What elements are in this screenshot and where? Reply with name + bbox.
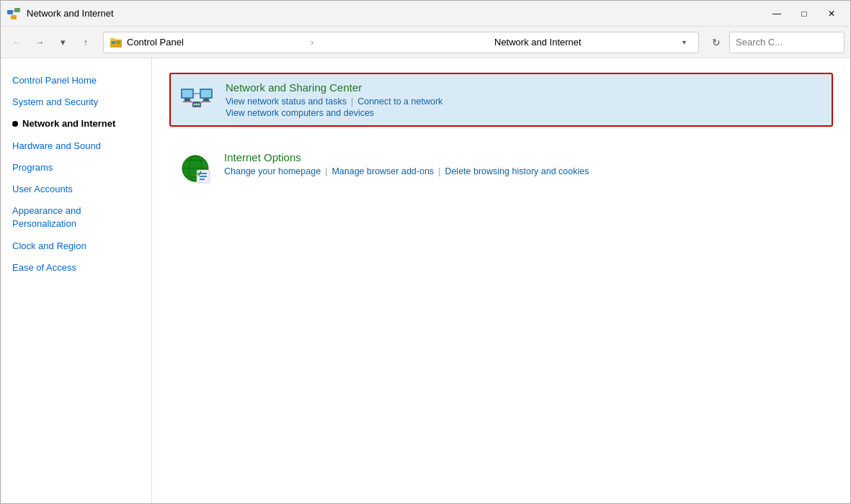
window-icon [6,6,21,21]
svg-point-19 [196,104,198,106]
sidebar-item-programs[interactable]: Programs [1,157,151,179]
main-window: Network and Internet — □ ✕ ← → ▾ ↑ Contr [0,0,851,504]
change-homepage-link[interactable]: Change your homepage [224,166,321,176]
address-path-part2: Network and Internet [494,37,675,48]
svg-rect-6 [112,41,115,44]
minimize-button[interactable]: — [764,3,790,24]
svg-point-18 [194,104,196,106]
sidebar-label-programs: Programs [12,161,53,174]
sidebar-label-appearance-personalization: Appearance and Personalization [12,204,140,230]
separator-1: | [351,96,353,107]
up-button[interactable]: ↑ [76,32,96,53]
content-area: Network and Sharing Center View network … [152,58,850,503]
sidebar-label-network-internet: Network and Internet [22,117,115,130]
sidebar-label-clock-region: Clock and Region [12,240,86,253]
sidebar-label-ease-access: Ease of Access [12,261,76,274]
main-area: Control Panel Home System and Security N… [1,58,850,503]
network-sharing-center-details: Network and Sharing Center View network … [226,81,823,118]
sidebar-item-control-panel-home[interactable]: Control Panel Home [1,70,151,91]
svg-rect-3 [11,15,17,19]
dropdown-button[interactable]: ▾ [53,32,73,53]
sidebar-item-appearance-personalization[interactable]: Appearance and Personalization [1,200,151,235]
sidebar-label-user-accounts: User Accounts [12,183,73,196]
sidebar-item-system-security[interactable]: System and Security [1,91,151,113]
internet-options-details: Internet Options Change your homepage | … [224,151,824,176]
svg-rect-7 [117,41,120,44]
address-bar[interactable]: Control Panel › Network and Internet ▾ [103,32,699,53]
svg-rect-1 [14,8,20,12]
forward-button[interactable]: → [30,32,50,53]
window-title: Network and Internet [27,8,764,19]
address-folder-icon [110,36,122,49]
svg-rect-0 [7,10,13,14]
svg-rect-14 [201,90,211,97]
separator-3: | [438,166,440,176]
view-network-status-link[interactable]: View network status and tasks [226,96,347,107]
svg-rect-15 [203,99,209,101]
search-input[interactable] [736,37,851,48]
sidebar-item-clock-region[interactable]: Clock and Region [1,235,151,257]
manage-addons-link[interactable]: Manage browser add-ons [331,166,434,176]
svg-rect-10 [184,99,190,101]
navigation-bar: ← → ▾ ↑ Control Panel › Network and Inte… [1,27,850,58]
sidebar: Control Panel Home System and Security N… [1,58,152,503]
sidebar-item-user-accounts[interactable]: User Accounts [1,179,151,200]
sidebar-item-network-internet[interactable]: Network and Internet [1,113,151,135]
close-button[interactable]: ✕ [819,3,845,24]
delete-history-link[interactable]: Delete browsing history and cookies [445,166,589,176]
internet-options-icon [178,151,213,186]
svg-line-2 [13,10,14,12]
network-sharing-center-icon [179,81,214,116]
svg-point-20 [198,104,200,106]
sidebar-item-hardware-sound[interactable]: Hardware and Sound [1,135,151,157]
network-sharing-center-item: Network and Sharing Center View network … [169,73,833,127]
svg-rect-5 [110,38,115,41]
connect-network-link[interactable]: Connect to a network [357,96,442,107]
network-sharing-center-title[interactable]: Network and Sharing Center [226,81,823,94]
sidebar-label-hardware-sound: Hardware and Sound [12,140,101,153]
active-bullet [12,121,18,127]
address-separator: › [311,37,491,48]
internet-options-title[interactable]: Internet Options [224,151,824,163]
view-computers-devices-link[interactable]: View network computers and devices [226,108,374,118]
maximize-button[interactable]: □ [791,3,817,24]
window-controls: — □ ✕ [764,3,845,24]
search-box[interactable]: 🔍 [729,32,845,53]
sidebar-label-control-panel-home: Control Panel Home [12,74,97,87]
network-sharing-center-links-row1: View network status and tasks | Connect … [226,96,823,107]
separator-2: | [325,166,327,176]
back-button[interactable]: ← [6,32,27,53]
network-sharing-center-links-row2: View network computers and devices [226,108,823,118]
sidebar-label-system-security: System and Security [12,96,98,109]
internet-options-links-row1: Change your homepage | Manage browser ad… [224,166,824,176]
title-bar: Network and Internet — □ ✕ [1,1,850,27]
svg-rect-9 [182,90,192,97]
sidebar-item-ease-access[interactable]: Ease of Access [1,257,151,279]
internet-options-item: Internet Options Change your homepage | … [169,144,833,193]
refresh-button[interactable]: ↻ [706,32,726,53]
address-dropdown-button[interactable]: ▾ [675,32,692,53]
address-path-part1: Control Panel [127,37,308,48]
